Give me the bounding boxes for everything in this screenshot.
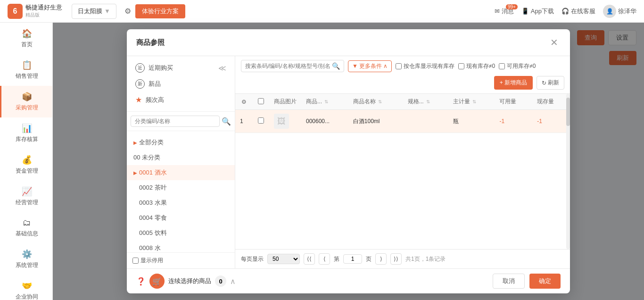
sidebar-item-inventory[interactable]: 📊 库存核算 <box>0 117 52 149</box>
th-unit[interactable]: 主计量 ⇅ <box>448 94 495 110</box>
modal-header: 商品参照 ✕ <box>127 29 570 56</box>
modal-overlay: 商品参照 ✕ 近 近期购买 ≪ 新 <box>53 23 644 300</box>
row-checkbox[interactable] <box>258 117 264 124</box>
product-table-wrap: ⚙ 商品图片 商品... ⇅ <box>235 94 570 249</box>
th-settings[interactable]: ⚙ <box>235 94 252 110</box>
nonzero-available-checkbox[interactable]: 可用库存≠0 <box>499 62 536 70</box>
chevron-up-icon[interactable]: ∧ <box>230 277 236 286</box>
warehouse-stock-input[interactable] <box>396 63 402 69</box>
main-layout: 🏠 首页 📋 销售管理 📦 采购管理 📊 库存核算 💰 资金管理 📈 经营管理 … <box>0 23 644 300</box>
cart-icon[interactable]: 🛒 <box>149 274 165 289</box>
category-0008[interactable]: 0008 水 <box>127 241 235 252</box>
th-spec[interactable]: 规格... ⇅ <box>403 94 448 110</box>
nonzero-stock-checkbox[interactable]: 现有库存≠0 <box>458 62 495 70</box>
online-service-button[interactable]: 🎧 在线客服 <box>561 7 595 16</box>
sidebar-item-base-info[interactable]: 🗂 基础信息 <box>0 212 52 243</box>
logo-line2: 精品版 <box>25 12 62 18</box>
frequent-item[interactable]: ★ 频次高 <box>131 92 231 108</box>
continuous-label: 连续选择的商品 <box>168 277 211 285</box>
first-page-button[interactable]: ⟨⟨ <box>304 253 315 265</box>
th-name[interactable]: 商品名称 ⇅ <box>348 94 403 110</box>
category-0001[interactable]: ▶ 0001 酒水 <box>127 165 235 180</box>
frequent-label: 频次高 <box>146 96 164 104</box>
category-0005[interactable]: 0005 饮料 <box>127 225 235 241</box>
help-icon[interactable]: ❓ <box>136 277 146 286</box>
chevron-up-icon: ∧ <box>383 63 388 69</box>
sidebar-item-operations[interactable]: 📈 经营管理 <box>0 181 52 212</box>
category-0002[interactable]: 0002 茶叶 <box>127 180 235 195</box>
close-button[interactable]: ✕ <box>547 36 561 49</box>
product-thumbnail: 🖼 <box>274 114 289 129</box>
chevron-down-icon: ▼ <box>104 8 110 15</box>
refresh-button[interactable]: ↻ 刷新 <box>537 76 564 90</box>
category-search-input[interactable] <box>131 116 220 127</box>
gear-icon[interactable]: ⚙ <box>120 4 135 19</box>
scrollbar-thumb[interactable] <box>566 98 570 126</box>
last-page-button[interactable]: ⟩⟩ <box>390 253 402 265</box>
table-row[interactable]: 1 🖼 000600... 白酒100ml 瓶 <box>235 110 570 133</box>
page-label: 第 <box>334 255 339 263</box>
page-number-input[interactable] <box>343 254 362 264</box>
refresh-label: 刷新 <box>548 79 559 87</box>
right-panel: 🔍 ▼ 更多条件 ∧ 按仓库显示现有库存 <box>235 56 570 268</box>
search-icon[interactable]: 🔍 <box>332 62 340 70</box>
sidebar-item-finance[interactable]: 💰 资金管理 <box>0 149 52 181</box>
sidebar-label: 经营管理 <box>16 199 38 207</box>
category-00[interactable]: 00 未分类 <box>127 150 235 165</box>
more-filter-button[interactable]: ▼ 更多条件 ∧ <box>348 60 392 72</box>
logo-line1: 畅捷通好生意 <box>25 4 62 12</box>
page-size-select[interactable]: 50 10 20 100 <box>267 254 300 264</box>
star-icon: ★ <box>135 95 142 104</box>
category-all[interactable]: ▶ 全部分类 <box>127 135 235 150</box>
sidebar-label: 采购管理 <box>16 104 38 112</box>
add-product-button[interactable]: + 新增商品 <box>494 76 533 90</box>
category-label: 0001 酒水 <box>139 168 167 177</box>
sort-icon: ⇅ <box>426 99 430 104</box>
sidebar-label: 企业协同 <box>16 293 38 300</box>
sidebar-item-enterprise[interactable]: 🤝 企业协同 <box>0 275 52 300</box>
sidebar-item-system[interactable]: ⚙️ 系统管理 <box>0 243 52 275</box>
new-products-item[interactable]: 新 新品 <box>131 76 231 92</box>
sidebar-item-purchase[interactable]: 📦 采购管理 <box>0 86 52 117</box>
nonzero-stock-input[interactable] <box>458 63 464 69</box>
product-search-input[interactable] <box>245 63 330 69</box>
category-0004[interactable]: 0004 零食 <box>127 210 235 225</box>
th-checkbox <box>252 94 269 110</box>
select-all-checkbox[interactable] <box>258 98 264 104</box>
arrow-icon: ▶ <box>133 140 137 145</box>
product-reference-modal: 商品参照 ✕ 近 近期购买 ≪ 新 <box>127 29 570 293</box>
trial-button[interactable]: 体验行业方案 <box>135 4 185 18</box>
filter-label: 更多条件 <box>359 62 382 70</box>
td-unit: 瓶 <box>448 110 495 133</box>
nav-selector-label: 日太阳膜 <box>78 7 102 16</box>
nav-selector[interactable]: 日太阳膜 ▼ <box>72 4 116 19</box>
category-0003[interactable]: 0003 水果 <box>127 195 235 210</box>
recent-label: 近期购买 <box>149 64 173 72</box>
scrollbar-track[interactable] <box>566 94 570 249</box>
cancel-button[interactable]: 取消 <box>493 274 525 289</box>
prev-page-button[interactable]: ⟨ <box>319 253 330 265</box>
total-info: 共1页，1条记录 <box>405 255 446 263</box>
avatar: 👤 <box>603 5 616 18</box>
toolbar-right: + 新增商品 ↻ 刷新 <box>494 76 564 90</box>
app-download-button[interactable]: 📱 App下载 <box>521 7 554 16</box>
recent-purchase-item[interactable]: 近 近期购买 ≪ <box>131 60 231 76</box>
user-menu[interactable]: 👤 徐泽华 <box>603 5 636 18</box>
th-spec-label: 规格... <box>408 98 424 105</box>
sidebar-item-sales[interactable]: 📋 销售管理 <box>0 54 52 86</box>
th-code[interactable]: 商品... ⇅ <box>301 94 348 110</box>
show-disabled-checkbox[interactable]: 显示停用 <box>132 257 163 265</box>
nonzero-available-input[interactable] <box>499 63 505 69</box>
category-search-icon[interactable]: 🔍 <box>222 117 231 126</box>
td-code: 000600... <box>301 110 348 133</box>
sidebar-item-home[interactable]: 🏠 首页 <box>0 23 52 54</box>
warehouse-stock-checkbox[interactable]: 按仓库显示现有库存 <box>396 62 454 70</box>
header-right: ✉ 消息 99+ 📱 App下载 🎧 在线客服 👤 徐泽华 <box>495 5 636 18</box>
next-page-button[interactable]: ⟩ <box>375 253 387 265</box>
show-disabled-input[interactable] <box>132 258 139 264</box>
table-header-row: ⚙ 商品图片 商品... ⇅ <box>235 94 570 110</box>
collapse-icon[interactable]: ≪ <box>218 64 226 73</box>
confirm-button[interactable]: 确定 <box>529 274 561 289</box>
category-label: 0003 水果 <box>139 199 167 207</box>
messages-button[interactable]: ✉ 消息 99+ <box>495 7 514 16</box>
